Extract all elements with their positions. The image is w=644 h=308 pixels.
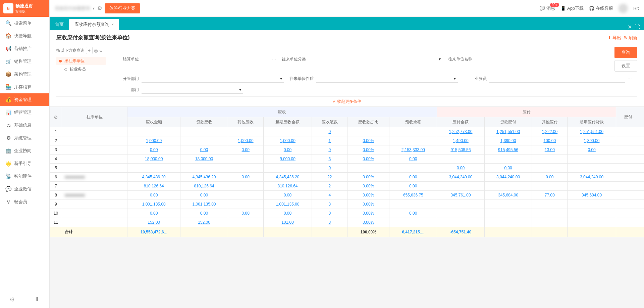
sidebar-collapse-btn[interactable]: ⏸ xyxy=(31,295,43,305)
table-row: 91,001,135.001,001,135.001,001,135.0030.… xyxy=(50,200,644,209)
refresh-icon: ↻ xyxy=(624,35,628,40)
sidebar-label-basic: 基础信息 xyxy=(14,122,32,128)
col-group-yingshou-header: 应收 xyxy=(127,107,437,117)
service-label: 在线客服 xyxy=(596,5,613,11)
refresh-button[interactable]: ↻ 刷新 xyxy=(624,35,637,41)
sidebar-item-inventory[interactable]: 🏪 库存核算 xyxy=(0,81,49,93)
sidebar: 6 畅捷通财 标准版 🔍 搜索菜单 🏠 快捷导航 📢 营销推广 🛒 销售管理 📦… xyxy=(0,0,50,308)
salesperson-dots[interactable]: ··· xyxy=(628,76,632,82)
table-row: 100.000.000.000.0000.00%0.00 xyxy=(50,209,644,218)
tab-bar-close-icon[interactable]: ✕ xyxy=(628,24,632,30)
message-button[interactable]: 💬 消息 99+ xyxy=(540,5,555,11)
table-row: 11152.00152.00101.0030.00% xyxy=(50,218,644,227)
query-button[interactable]: 查询 xyxy=(614,47,637,58)
sidebar-label-sales: 销售管理 xyxy=(14,58,32,64)
col-prepay-balance-header: 预收余额 xyxy=(389,117,437,127)
col-ap-more-header: 应付... xyxy=(616,107,644,127)
filter-add-button[interactable]: + xyxy=(86,47,93,54)
enterprise-icon: 🏢 xyxy=(5,148,11,154)
sidebar-item-member[interactable]: V 畅会员 xyxy=(0,195,49,208)
table-row: 6xxxxxxxxxx4,345,436.204,345,436.200.004… xyxy=(50,173,644,182)
sidebar-item-wechat[interactable]: 💬 企业微信 xyxy=(0,183,49,195)
query-btn-group: 查询 设置 xyxy=(614,47,637,72)
user-avatar xyxy=(619,4,628,13)
sidebar-item-finance[interactable]: 💰 资金管理 xyxy=(0,93,49,106)
download-button[interactable]: 📱 App下载 xyxy=(560,5,584,11)
chevron-down-icon4: ▾ xyxy=(239,87,241,92)
sidebar-label-shortcut: 快捷导航 xyxy=(14,33,32,39)
tab-ar-ap[interactable]: 应收应付余额查询 × xyxy=(69,19,119,30)
purchase-icon: 📦 xyxy=(5,71,11,77)
col-ar-amount-header: 应收金额 xyxy=(127,117,180,127)
tab-close-icon[interactable]: × xyxy=(111,22,114,27)
header-dropdown-arrow[interactable]: ▾ xyxy=(93,6,95,11)
sidebar-label-search: 搜索菜单 xyxy=(14,20,32,26)
sidebar-item-enterprise[interactable]: 🏢 企业协同 xyxy=(0,144,49,157)
lailai-category-select[interactable]: ▾ xyxy=(309,55,443,63)
refresh-label: 刷新 xyxy=(629,35,637,41)
message-icon: 💬 xyxy=(540,6,545,11)
sidebar-gear-btn[interactable]: ⚙ xyxy=(7,295,17,305)
dept-select[interactable]: ▾ xyxy=(142,86,243,94)
jiesuan-input[interactable] xyxy=(142,55,269,63)
sidebar-label-system: 系统管理 xyxy=(14,135,32,141)
table-gear-icon[interactable]: ⚙ xyxy=(54,115,58,120)
col-ap-amount-header: 应付金额 xyxy=(437,117,485,127)
settings-button[interactable]: 设置 xyxy=(614,60,637,72)
jiesuan-dots[interactable]: ··· xyxy=(272,56,276,62)
col-other-ap-header: 其他应付 xyxy=(532,117,568,127)
filter-collapse-icon[interactable]: « xyxy=(99,48,102,53)
export-button[interactable]: ⬆ 导出 xyxy=(608,35,621,41)
tab-home-label: 首页 xyxy=(55,21,64,28)
col-loan-ap-header: 贷款应付 xyxy=(484,117,532,127)
col-other-ar-header: 其他应收 xyxy=(228,117,263,127)
tab-bar-fullscreen-icon[interactable]: ⛶ xyxy=(635,24,640,30)
col-settings-header[interactable]: ⚙ xyxy=(50,107,62,127)
fenguan-select[interactable]: ▾ xyxy=(142,75,284,83)
message-badge: 99+ xyxy=(550,3,559,7)
sidebar-label-inventory: 库存核算 xyxy=(14,84,32,90)
lailai-nature-label: 往来单位性质 xyxy=(289,76,314,82)
lailai-name-input[interactable] xyxy=(475,55,609,63)
header-gear-icon[interactable]: ⚙ xyxy=(97,5,102,11)
sidebar-item-operations[interactable]: 📊 经营管理 xyxy=(0,106,49,119)
home-icon: 🏠 xyxy=(5,33,11,39)
page-title: 应收应付余额查询(按往来单位) xyxy=(56,34,130,41)
lailai-nature-select[interactable]: ▾ xyxy=(316,75,458,83)
table-row: 500.000.00 xyxy=(50,164,644,173)
total-prepay-balance[interactable]: 6,417,215.... xyxy=(389,227,437,237)
sidebar-item-system[interactable]: ⚙ 系统管理 xyxy=(0,132,49,144)
tab-home[interactable]: 首页 xyxy=(50,19,69,30)
filter-field-fenguan: 分管部门 ▾ xyxy=(115,75,284,83)
sidebar-item-purchase[interactable]: 📦 采购管理 xyxy=(0,68,49,81)
sidebar-item-basic[interactable]: 🗂 基础信息 xyxy=(0,119,49,132)
col-overdue-ap-header: 超期应付贷款 xyxy=(568,117,616,127)
filter-settings-icon[interactable]: ◎ xyxy=(94,48,98,53)
data-table: ⚙ 往来单位 应收 应付 应付. xyxy=(50,107,644,237)
member-icon: V xyxy=(5,199,11,205)
inventory-icon: 🏪 xyxy=(5,84,11,90)
sidebar-item-sales[interactable]: 🛒 销售管理 xyxy=(0,55,49,68)
table-row: 7810,126.64810,126.64810,126.6420.00%0.0… xyxy=(50,182,644,191)
total-ap-amount[interactable]: -654,751.40 xyxy=(437,227,485,237)
col-group-yingfu-header: 应付 xyxy=(437,107,616,117)
table-row: 21,000.001,000.001,000.0010.00%1,490.001… xyxy=(50,136,644,145)
sidebar-label-hardware: 智能硬件 xyxy=(14,173,32,179)
sidebar-item-hardware[interactable]: 📡 智能硬件 xyxy=(0,170,49,183)
header-left: 应收应付余额查询 ▾ ⚙ 体验行业方案 xyxy=(55,3,534,13)
salesperson-input[interactable] xyxy=(489,75,625,83)
scheme-by-partner[interactable]: 按往来单位 xyxy=(56,57,106,65)
lailai-name-label: 往来单位名称 xyxy=(448,56,472,62)
sidebar-item-shortcut[interactable]: 🏠 快捷导航 xyxy=(0,30,49,42)
sidebar-item-marketing[interactable]: 📢 营销推广 xyxy=(0,42,49,55)
scheme-by-salesperson[interactable]: 按业务员 xyxy=(56,65,106,74)
sidebar-item-guide[interactable]: 🌟 新手引导 xyxy=(0,157,49,170)
total-ar-amount[interactable]: 19,553,472,6... xyxy=(127,227,180,237)
filter-scheme-label: 按以下方案查询 xyxy=(56,48,85,53)
sidebar-item-search[interactable]: 🔍 搜索菜单 xyxy=(0,17,49,30)
solution-button[interactable]: 体验行业方案 xyxy=(105,3,140,13)
chevron-down-icon: ▾ xyxy=(439,57,441,61)
service-button[interactable]: 🎧 在线客服 xyxy=(589,5,613,11)
sales-icon: 🛒 xyxy=(5,58,11,64)
filter-more-conditions[interactable]: ∧ 收起更多条件 xyxy=(56,96,637,106)
